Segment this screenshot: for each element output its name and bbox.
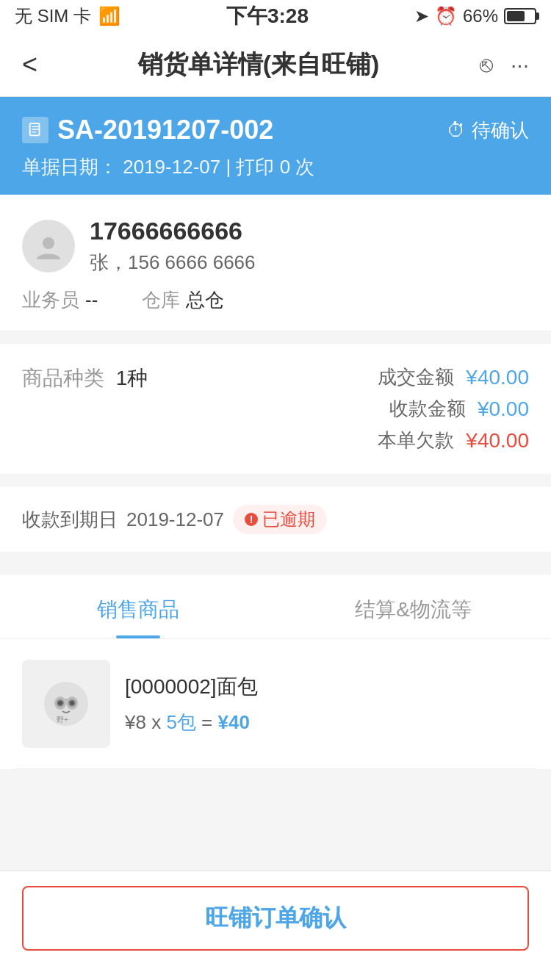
more-icon[interactable]: ··· [511, 52, 529, 77]
category-label: 商品种类 [22, 367, 104, 389]
nav-bar: < 销货单详情(来自旺铺) ⎋ ··· [0, 32, 551, 97]
warehouse-label: 仓库 [142, 287, 180, 313]
product-list: 野+ [0000002]面包 ¥8 x 5包 = ¥40 [0, 639, 551, 769]
customer-card: 17666666666 张，156 6666 6666 业务员 -- 仓库 总仓 [0, 195, 551, 331]
print-count: 0 [280, 156, 290, 178]
status-bar: 无 SIM 卡 📶 下午3:28 ➤ ⏰ 66% [0, 0, 551, 32]
received-line: 收款金额 ¥0.00 [378, 396, 529, 422]
order-status: ⏱ 待确认 [447, 118, 529, 143]
wifi-icon: 📶 [98, 6, 120, 26]
summary-row: 商品种类 1种 成交金额 ¥40.00 收款金额 ¥0.00 本单欠款 ¥40.… [22, 364, 529, 453]
due-date-card: 收款到期日 2019-12-07 ! 已逾期 [0, 487, 551, 552]
share-icon[interactable]: ⎋ [480, 52, 493, 77]
status-label: 待确认 [472, 118, 529, 143]
category-value: 1种 [116, 367, 148, 389]
table-row: 野+ [0000002]面包 ¥8 x 5包 = ¥40 [15, 639, 536, 769]
summary-card: 商品种类 1种 成交金额 ¥40.00 收款金额 ¥0.00 本单欠款 ¥40.… [0, 344, 551, 474]
svg-text:野+: 野+ [57, 716, 68, 724]
amount-value: ¥40.00 [466, 366, 529, 389]
owed-value: ¥40.00 [466, 429, 529, 453]
summary-right: 成交金额 ¥40.00 收款金额 ¥0.00 本单欠款 ¥40.00 [378, 364, 529, 453]
bottom-bar: 旺铺订单确认 [0, 871, 551, 980]
order-header: SA-20191207-002 ⏱ 待确认 单据日期： 2019-12-07 |… [0, 97, 551, 195]
received-value: ¥0.00 [478, 397, 529, 421]
status-time: 下午3:28 [226, 2, 309, 30]
owed-line: 本单欠款 ¥40.00 [378, 428, 529, 453]
warehouse-meta: 仓库 总仓 [142, 287, 224, 313]
due-date-label: 收款到期日 [22, 507, 118, 533]
date-label: 单据日期： [22, 156, 118, 178]
product-price: ¥8 x 5包 = ¥40 [125, 710, 529, 735]
equals-symbol: = [201, 711, 217, 733]
alarm-icon: ⏰ [435, 6, 457, 26]
svg-point-10 [58, 701, 62, 705]
unit-price: ¥8 [125, 711, 146, 733]
svg-point-4 [43, 237, 54, 249]
summary-left: 商品种类 1种 [22, 364, 148, 392]
amount-line: 成交金额 ¥40.00 [378, 364, 529, 390]
multiply-symbol: x [151, 711, 166, 733]
sales-value: -- [85, 289, 98, 311]
product-name: [0000002]面包 [125, 673, 529, 701]
owed-label: 本单欠款 [378, 428, 454, 453]
product-image: 野+ [22, 660, 110, 748]
customer-row: 17666666666 张，156 6666 6666 [22, 217, 529, 275]
customer-phone: 17666666666 [90, 217, 529, 245]
nav-right-actions: ⎋ ··· [480, 52, 529, 77]
order-id-row: SA-20191207-002 ⏱ 待确认 [22, 115, 529, 145]
overdue-badge: ! 已逾期 [233, 505, 327, 534]
clock-icon: ⏱ [447, 119, 466, 142]
back-button[interactable]: < [22, 49, 37, 80]
overdue-icon: ! [245, 513, 258, 526]
received-label: 收款金额 [389, 396, 466, 422]
warehouse-value: 总仓 [186, 287, 224, 313]
order-id: SA-20191207-002 [22, 115, 273, 145]
tabs-container: 销售商品 结算&物流等 [0, 575, 551, 639]
total-price: ¥40 [218, 711, 250, 733]
quantity: 5包 [166, 711, 195, 733]
divider-1 [0, 332, 551, 344]
print-suffix: 次 [295, 156, 314, 178]
product-info: [0000002]面包 ¥8 x 5包 = ¥40 [125, 673, 529, 735]
due-date-value: 2019-12-07 [126, 508, 224, 531]
customer-meta: 业务员 -- 仓库 总仓 [22, 287, 529, 313]
confirm-button[interactable]: 旺铺订单确认 [22, 886, 529, 951]
page-title: 销货单详情(来自旺铺) [138, 48, 380, 82]
battery-icon [504, 8, 536, 24]
status-right: ➤ ⏰ 66% [414, 6, 536, 26]
tab-products[interactable]: 销售商品 [0, 575, 276, 638]
sales-label: 业务员 [22, 287, 79, 313]
customer-info: 17666666666 张，156 6666 6666 [90, 217, 529, 275]
amount-label: 成交金额 [378, 364, 454, 390]
order-document-icon [22, 117, 48, 143]
location-icon: ➤ [414, 6, 429, 26]
customer-name: 张，156 6666 6666 [90, 250, 529, 275]
status-left: 无 SIM 卡 📶 [15, 4, 120, 28]
order-date: 2019-12-07 [123, 156, 220, 178]
order-date-row: 单据日期： 2019-12-07 | 打印 0 次 [22, 154, 529, 180]
divider-2 [0, 474, 551, 486]
svg-point-11 [70, 701, 74, 705]
overdue-text: 已逾期 [262, 508, 315, 531]
carrier-label: 无 SIM 卡 [15, 4, 91, 28]
avatar [22, 220, 75, 273]
print-label: | 打印 [226, 156, 274, 178]
battery-percent: 66% [463, 6, 498, 26]
tab-settlement[interactable]: 结算&物流等 [276, 575, 551, 638]
divider-3 [0, 552, 551, 563]
sales-meta: 业务员 -- [22, 287, 98, 313]
